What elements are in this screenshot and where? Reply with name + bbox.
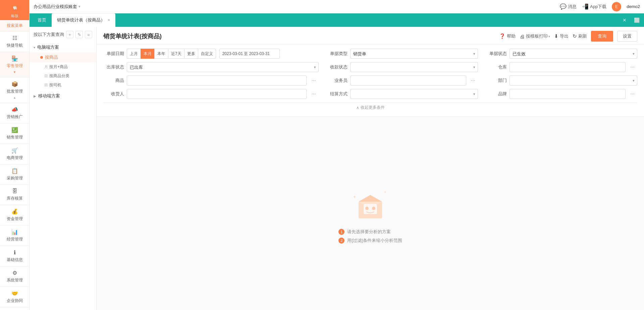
quick-nav-item[interactable]: ☷ 快捷导航	[0, 32, 29, 52]
inventory-item[interactable]: 🗄 库存核算	[0, 185, 29, 205]
scheme-by-month-product[interactable]: 月 按月+商品	[30, 62, 96, 71]
department-select[interactable]	[509, 75, 637, 86]
filter-area: 单据日期 上月 本月 本年 近7天 更多 自定义	[97, 45, 644, 117]
purchase-item[interactable]: 📋 采购管理	[0, 164, 29, 185]
window-controls: ✕ ⬜	[620, 15, 644, 25]
more-btn[interactable]: 更多	[184, 49, 198, 59]
date-quick-buttons: 上月 本月 本年 近7天 更多 自定义	[127, 49, 216, 59]
print-btn[interactable]: 🖨 按模板打印	[520, 33, 548, 39]
basic-info-icon: ℹ	[14, 249, 16, 256]
close-window-btn[interactable]: ✕	[620, 15, 629, 25]
empty-svg: ✦ ✦ ✦	[350, 183, 390, 223]
last7-btn[interactable]: 近7天	[168, 49, 184, 59]
svg-text:畅: 畅	[13, 5, 16, 9]
bill-status-select[interactable]: 已生效	[509, 49, 637, 59]
this-month-btn[interactable]: 本月	[141, 49, 154, 59]
this-year-btn[interactable]: 本年	[154, 49, 168, 59]
pc-group-header[interactable]: ▾ 电脑端方案	[30, 42, 96, 52]
refresh-btn[interactable]: ↻ 刷新	[573, 33, 587, 39]
recipient-dots-btn[interactable]: ···	[309, 89, 318, 99]
product-input[interactable]	[127, 75, 307, 86]
sales-management-item[interactable]: 💹 销售管理	[0, 123, 29, 144]
help-label: 帮助	[507, 33, 516, 39]
collapse-panel-btn[interactable]: «	[85, 31, 92, 38]
workspace-title: 办公用品行业模拟账套	[34, 4, 77, 10]
system-icon: ⚙	[12, 270, 17, 276]
message-btn[interactable]: 💬 消息	[560, 3, 577, 10]
warehouse-dots-btn[interactable]: ···	[628, 62, 637, 72]
retail-management-item[interactable]: 🏪 零售管理 ▾	[0, 52, 29, 78]
retail-label: 零售管理	[7, 63, 23, 69]
salesman-control: ···	[350, 75, 478, 86]
salesman-input[interactable]	[350, 75, 466, 86]
add-scheme-btn[interactable]: +	[66, 31, 73, 38]
warehouse-input[interactable]	[509, 62, 626, 72]
basic-info-item[interactable]: ℹ 基础信息	[0, 246, 29, 266]
help-btn[interactable]: ❓ 帮助	[499, 33, 516, 39]
print-dropdown-arrow[interactable]: ▾	[548, 35, 550, 38]
brand-label: 品牌	[486, 91, 509, 97]
edit-scheme-btn[interactable]: ✎	[75, 31, 83, 38]
settings-button[interactable]: 设置	[617, 31, 637, 42]
enterprise-coop-label: 企业协同	[7, 298, 23, 304]
export-btn[interactable]: ⬇ 导出	[554, 33, 569, 39]
scheme-by-category[interactable]: 目 按商品分类	[30, 71, 96, 81]
month-icon: 月	[44, 64, 48, 69]
marketing-icon: 📣	[11, 106, 18, 113]
enterprise-coop-item[interactable]: 🤝 企业协同	[0, 287, 29, 307]
bill-type-select[interactable]: 销货单	[350, 49, 478, 59]
date-range-input[interactable]	[219, 49, 280, 59]
wholesale-management-item[interactable]: 📦 批发管理 ▴	[0, 78, 29, 103]
driver-icon: 目	[44, 83, 48, 88]
receipt-status-select[interactable]	[350, 62, 478, 72]
active-scheme-dot	[40, 56, 43, 59]
system-item[interactable]: ⚙ 系统管理	[0, 266, 29, 287]
brand-dots-btn[interactable]: ···	[628, 89, 637, 99]
content-body: ✦ ✦ ✦ 1 请先选择要分析的方案 2 用[	[97, 117, 644, 310]
empty-text: 1 请先选择要分析的方案 2 用[过滤]条件来缩小分析范围	[338, 229, 402, 244]
product-dots-btn[interactable]: ···	[309, 75, 318, 86]
scheme-by-driver[interactable]: 目 按司机	[30, 81, 96, 90]
user-avatar[interactable]: E	[612, 2, 621, 11]
search-menu-item[interactable]: 搜索菜单	[0, 20, 29, 32]
out-status-select[interactable]: 已出库	[127, 62, 319, 72]
payment-method-select[interactable]	[350, 89, 478, 99]
finance-item[interactable]: 💰 资金管理	[0, 205, 29, 225]
refresh-label: 刷新	[578, 33, 587, 39]
tab-home-label: 首页	[38, 17, 46, 23]
svg-point-7	[372, 207, 375, 210]
user-name[interactable]: demo2	[627, 4, 640, 9]
scheme-by-product[interactable]: 按商品	[30, 52, 96, 62]
logo-icon: 畅	[9, 2, 20, 13]
recipient-input[interactable]	[127, 89, 307, 99]
bill-status-control: 已生效	[509, 49, 637, 59]
tab-report-label: 销货单统计表（按商品）	[57, 17, 105, 23]
department-control	[509, 75, 637, 86]
date-control: 上月 本月 本年 近7天 更多 自定义	[127, 49, 319, 59]
mobile-group-header[interactable]: ▶ 移动端方案	[30, 91, 96, 101]
workspace-selector[interactable]: 办公用品行业模拟账套 ▾	[34, 4, 80, 10]
tab-report[interactable]: 销货单统计表（按商品） ×	[52, 13, 115, 27]
collapse-conditions-btn[interactable]: ∧ 收起更多条件	[356, 105, 385, 110]
sales-icon: 💹	[11, 127, 18, 133]
marketing-item[interactable]: 📣 营销推广	[0, 103, 29, 123]
app-logo[interactable]: 畅 标版	[0, 0, 30, 20]
last-month-btn[interactable]: 上月	[127, 49, 141, 59]
product-label: 商品	[103, 78, 127, 84]
brand-control: ···	[509, 89, 637, 99]
ecommerce-item[interactable]: 🛒 电商管理	[0, 144, 29, 164]
tab-close-icon[interactable]: ×	[108, 18, 110, 22]
retail-icon: 🏪	[11, 55, 18, 62]
tab-home[interactable]: 首页	[32, 13, 52, 27]
salesman-dots-btn[interactable]: ···	[468, 75, 478, 86]
query-button[interactable]: 查询	[591, 31, 613, 42]
custom-btn[interactable]: 自定义	[198, 49, 216, 59]
operations-item[interactable]: 📊 经营管理	[0, 225, 29, 246]
export-icon: ⬇	[554, 33, 558, 39]
maximize-window-btn[interactable]: ⬜	[632, 15, 641, 25]
brand-input[interactable]	[509, 89, 626, 99]
receipt-status-label: 收款状态	[327, 64, 350, 70]
app-download-btn[interactable]: 📲 App下载	[582, 3, 606, 10]
newbie-guide-item[interactable]: 🔰 新手引导	[0, 307, 29, 310]
print-dropdown: 🖨 按模板打印 ▾	[520, 33, 550, 39]
